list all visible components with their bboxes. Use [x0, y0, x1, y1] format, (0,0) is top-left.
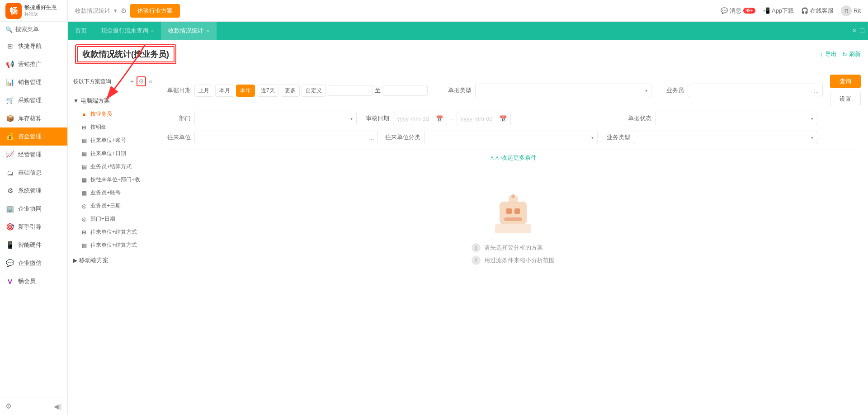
sidebar-item-smart-hw[interactable]: 📱 智能硬件 [0, 236, 67, 254]
scheme-item-unit-settle2[interactable]: ▦ 往来单位+结算方式 [68, 239, 158, 252]
review-date-end[interactable]: yyyy-mm-dd 📅 [457, 112, 511, 125]
trial-solution-btn[interactable]: 体验行业方案 [130, 4, 180, 18]
sidebar-item-corp[interactable]: 🏢 企业协同 [0, 200, 67, 218]
message-icon: 💬 [721, 7, 728, 14]
sidebar-item-sales[interactable]: 📊 销售管理 [0, 73, 67, 91]
sidebar-item-operation[interactable]: 📈 经营管理 [0, 146, 67, 164]
scheme-settings-btn[interactable]: ⚙ [137, 76, 146, 86]
setting-btn[interactable]: 设置 [830, 92, 861, 106]
sidebar-item-wechat[interactable]: 💬 企业微信 [0, 254, 67, 272]
this-month-btn[interactable]: 本月 [215, 85, 234, 97]
content-wrapper: 按以下方案查询 + ⚙ « ▼ 电脑端方案 ● 按业务员 [68, 69, 868, 415]
expand-icon: ▼ [73, 98, 79, 104]
settings-icon[interactable]: ⚙ [5, 402, 12, 410]
topbar: 收款情况统计 ▾ ⚙ 体验行业方案 💬 消息 99+ 📲 App下载 🎧 在线客… [68, 0, 868, 22]
message-btn[interactable]: 💬 消息 99+ [721, 7, 755, 15]
salesman-select[interactable]: ... [688, 84, 823, 97]
dept-select[interactable]: ▾ [194, 112, 357, 125]
scheme-panel: 按以下方案查询 + ⚙ « ▼ 电脑端方案 ● 按业务员 [68, 69, 158, 415]
scheme-group-mobile: ▶ 移动端方案 [68, 254, 158, 267]
user-avatar[interactable]: R Rit [841, 5, 861, 16]
expand-mobile-icon: ▶ [73, 257, 77, 264]
tab-home[interactable]: 首页 [68, 27, 94, 35]
tab-receipt-stats[interactable]: 收款情况统计 × [161, 22, 216, 40]
sidebar-item-member[interactable]: V 畅会员 [0, 272, 67, 290]
scheme-item-unit-date[interactable]: ▦ 往来单位+日期 [68, 147, 158, 160]
window-max-btn[interactable]: □ [860, 27, 864, 35]
scheme-collapse-btn[interactable]: « [149, 78, 152, 85]
unit-date-icon: ▦ [80, 150, 88, 157]
biz-type-select[interactable]: ▾ [634, 131, 817, 144]
filter-doc-type: 单据类型 ▾ [446, 84, 651, 97]
scheme-item-unit-account[interactable]: ▦ 往来单位+账号 [68, 134, 158, 147]
scheme-item-by-detail[interactable]: ⊞ 按明细 [68, 121, 158, 134]
sidebar-item-finance[interactable]: 💰 资金管理 [0, 127, 67, 146]
last-month-btn[interactable]: 上月 [194, 85, 213, 97]
member-icon: V [5, 277, 14, 286]
add-scheme-btn[interactable]: + [130, 78, 134, 85]
doc-type-arrow: ▾ [645, 88, 647, 93]
review-date-end-calendar[interactable]: 📅 [500, 115, 507, 122]
doc-type-label: 单据类型 [446, 86, 472, 94]
wechat-icon: 💬 [5, 259, 14, 268]
last-7-btn[interactable]: 近7天 [257, 85, 279, 97]
review-date-start-calendar[interactable]: 📅 [436, 115, 443, 122]
review-date-start[interactable]: yyyy-mm-dd 📅 [393, 112, 447, 125]
filter-row-1: 单据日期 上月 本月 本年 近7天 更多 自定义 2023-01-01 至 [165, 75, 861, 106]
empty-state: 1 请先选择要分析的方案 2 用过滤条件来缩小分析范围 [165, 165, 861, 292]
date-start-input[interactable]: 2023-01-01 [328, 85, 373, 96]
more-date-btn[interactable]: 更多 [281, 85, 300, 97]
scheme-item-dept-date[interactable]: ◎ 部门+日期 [68, 212, 158, 226]
unit-account-icon: ▦ [80, 137, 88, 144]
scheme-group-desktop-header[interactable]: ▼ 电脑端方案 [68, 94, 158, 108]
scheme-group-desktop: ▼ 电脑端方案 ● 按业务员 ⊞ 按明细 ▦ 往来单位+账号 ▦ 往来单位+ [68, 94, 158, 252]
this-year-btn[interactable]: 本年 [236, 85, 255, 97]
date-end-input[interactable]: 2023-12-31 [382, 85, 428, 96]
scheme-group-mobile-header[interactable]: ▶ 移动端方案 [68, 254, 158, 267]
scheme-item-salesman-account[interactable]: ▦ 业务员+账号 [68, 186, 158, 199]
scheme-item-salesman-date[interactable]: ◎ 业务员+日期 [68, 199, 158, 212]
scheme-item-salesman-settle[interactable]: ▤ 业务员+结算方式 [68, 160, 158, 173]
tip-num-1: 1 [472, 243, 481, 252]
counterpart-category-label: 往来单位分类 [385, 133, 420, 141]
counterpart-category-select[interactable]: ▾ [424, 131, 598, 144]
scheme-panel-header: 按以下方案查询 + ⚙ « [68, 73, 158, 90]
filter-row-3: 往来单位 ... 往来单位分类 ▾ 业务类型 [165, 131, 861, 144]
sidebar-item-guide[interactable]: 🎯 新手引导 [0, 218, 67, 236]
scheme-item-unit-settle1[interactable]: ⊞ 往来单位+结算方式 [68, 226, 158, 239]
custom-date-btn[interactable]: 自定义 [302, 85, 326, 97]
svg-rect-1 [506, 208, 512, 214]
sidebar-item-purchase[interactable]: 🛒 采购管理 [0, 91, 67, 109]
headset-icon: 🎧 [801, 7, 808, 14]
counterpart-select[interactable]: ... [194, 131, 378, 144]
scheme-item-by-salesman[interactable]: ● 按业务员 [68, 108, 158, 121]
refresh-btn[interactable]: ↻ 刷新 [842, 50, 861, 58]
sidebar-item-inventory[interactable]: 📦 库存核算 [0, 109, 67, 127]
sidebar-item-quick-nav[interactable]: ⊞ 快捷导航 [0, 37, 67, 55]
tab-close-receipt-stats[interactable]: × [206, 28, 209, 33]
salesman-more-icon[interactable]: ... [814, 87, 819, 94]
export-btn[interactable]: ↑ 导出 [821, 50, 837, 58]
sidebar-item-marketing[interactable]: 📢 营销推广 [0, 55, 67, 73]
collapse-bar[interactable]: ∧∧ 收起更多条件 [165, 150, 861, 165]
refresh-icon: ↻ [842, 51, 847, 58]
topbar-settings-icon[interactable]: ⚙ [121, 7, 127, 15]
tab-close-bank-flow[interactable]: × [151, 28, 154, 33]
query-btn[interactable]: 查询 [830, 75, 861, 88]
topbar-dropdown-icon[interactable]: ▾ [114, 7, 117, 14]
tab-bank-flow[interactable]: 现金银行流水查询 × [94, 22, 161, 40]
app-download-btn[interactable]: 📲 App下载 [763, 7, 794, 15]
window-close-btn[interactable]: × [852, 27, 856, 35]
scheme-item-unit-dept-collect[interactable]: ▦ 按往来单位+部门+收... [68, 173, 158, 186]
doc-status-select[interactable]: ▾ [655, 112, 817, 125]
filter-counterpart: 往来单位 ... [165, 131, 378, 144]
online-service-btn[interactable]: 🎧 在线客服 [801, 7, 834, 15]
page-title-box: 收款情况统计(按业务员) [75, 44, 176, 64]
doc-type-select[interactable]: ▾ [475, 84, 651, 97]
sidebar-item-basic-info[interactable]: 🗂 基础信息 [0, 164, 67, 182]
logo-name: 畅捷通好生意 [24, 4, 57, 11]
sidebar-item-system[interactable]: ⚙ 系统管理 [0, 182, 67, 200]
counterpart-more-icon[interactable]: ... [369, 134, 374, 141]
search-menu-btn[interactable]: 🔍 搜索菜单 [0, 22, 67, 37]
collapse-sidebar-btn[interactable]: ◀‖ [54, 403, 62, 410]
